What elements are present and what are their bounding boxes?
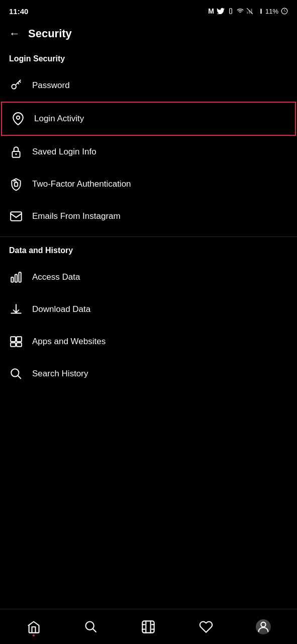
menu-item-download-data[interactable]: Download Data [0,293,297,326]
vibrate-icon [227,8,234,15]
signal-off-icon [246,8,253,15]
svg-rect-12 [11,212,22,220]
svg-point-23 [261,622,265,626]
header: ← Security [0,20,297,49]
emails-label: Emails From Instagram [32,211,121,221]
svg-point-10 [15,153,17,155]
nav-search-icon [84,620,98,634]
password-label: Password [32,80,70,91]
download-data-label: Download Data [32,304,90,314]
menu-item-2fa[interactable]: Two-Factor Authentication [0,168,297,200]
svg-rect-13 [11,277,13,282]
access-data-label: Access Data [32,272,80,282]
menu-item-access-data[interactable]: Access Data [0,261,297,293]
signal-icon [256,8,263,15]
home-icon [27,620,41,634]
status-bar: 11:40 M 11% [0,0,297,20]
nav-search[interactable] [78,614,104,639]
2fa-label: Two-Factor Authentication [32,179,131,189]
page-title: Security [28,27,72,40]
shield-icon [9,177,23,191]
lock-icon [9,145,23,159]
search-icon [9,367,23,381]
nav-home-dot [33,634,35,636]
twitter-icon [217,7,225,16]
menu-item-login-activity[interactable]: Login Activity [1,102,296,136]
data-history-section-label: Data and History [0,241,297,261]
svg-rect-17 [17,337,22,342]
wifi-icon [237,8,244,15]
saved-login-label: Saved Login Info [32,147,96,157]
key-icon [9,78,23,93]
location-icon [11,112,25,126]
svg-rect-5 [260,9,261,14]
menu-item-emails[interactable]: Emails From Instagram [0,200,297,232]
search-history-label: Search History [32,369,88,379]
svg-rect-11 [15,183,18,187]
svg-rect-16 [11,337,16,342]
profile-avatar [256,619,271,634]
menu-item-search-history[interactable]: Search History [0,358,297,390]
svg-rect-22 [143,621,154,632]
section-divider [0,236,297,237]
svg-rect-0 [230,9,232,14]
status-icons: M 11% [208,7,288,16]
svg-point-7 [12,85,16,89]
svg-rect-1 [247,12,248,14]
nav-home[interactable] [21,614,46,639]
svg-rect-14 [15,275,17,282]
nav-profile[interactable] [251,614,276,639]
email-icon [9,209,23,223]
apps-icon [9,335,23,349]
menu-item-saved-login[interactable]: Saved Login Info [0,136,297,168]
svg-rect-18 [11,343,16,347]
svg-rect-15 [19,272,21,282]
bottom-nav [0,609,297,644]
menu-item-password[interactable]: Password [0,69,297,102]
svg-rect-19 [17,343,22,347]
back-button[interactable]: ← [9,28,20,39]
nav-activity[interactable] [193,614,219,639]
reels-icon [141,620,155,634]
login-activity-label: Login Activity [34,114,84,124]
download-icon [9,302,23,316]
battery-icon [281,8,288,15]
gmail-icon: M [208,7,214,15]
nav-reels[interactable] [136,614,161,639]
login-security-section-label: Login Security [0,49,297,69]
heart-icon [199,620,213,634]
chart-icon [9,270,23,284]
svg-point-8 [17,116,20,120]
menu-item-apps-websites[interactable]: Apps and Websites [0,326,297,358]
battery-percent: 11% [265,8,278,15]
status-time: 11:40 [9,7,28,16]
apps-websites-label: Apps and Websites [32,337,106,347]
